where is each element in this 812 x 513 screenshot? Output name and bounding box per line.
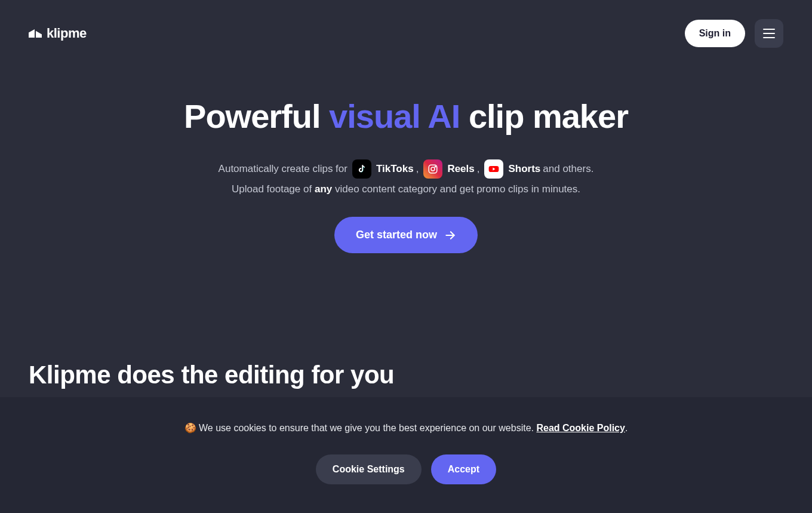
cookie-accept-button[interactable]: Accept [431, 454, 496, 484]
tiktok-icon [352, 159, 371, 179]
youtube-icon [484, 159, 503, 179]
reels-label: Reels [447, 160, 474, 179]
hero-subtitle-line1: Automatically create clips for TikToks, … [29, 159, 783, 179]
signin-button[interactable]: Sign in [685, 20, 745, 47]
cookie-settings-button[interactable]: Cookie Settings [316, 454, 422, 484]
menu-button[interactable] [755, 19, 783, 48]
svg-point-1 [431, 167, 435, 171]
tiktok-label: TikToks [376, 160, 414, 179]
instagram-icon [423, 159, 442, 179]
hero-section: Powerful visual AI clip maker Automatica… [0, 67, 812, 289]
logo-icon [29, 29, 42, 38]
logo-text: klipme [47, 26, 87, 41]
cookie-policy-link[interactable]: Read Cookie Policy [536, 423, 625, 433]
cookie-buttons: Cookie Settings Accept [29, 454, 783, 484]
cookie-banner: 🍪 We use cookies to ensure that we give … [0, 397, 812, 513]
site-header: klipme Sign in [0, 0, 812, 67]
hero-title: Powerful visual AI clip maker [29, 97, 783, 136]
section-title: Klipme does the editing for you [29, 361, 783, 389]
arrow-right-icon [444, 229, 456, 241]
hero-subtitle-line2: Upload footage of any video content cate… [29, 183, 783, 195]
header-actions: Sign in [685, 19, 783, 48]
get-started-button[interactable]: Get started now [334, 217, 478, 253]
shorts-label: Shorts [508, 160, 540, 179]
cookie-emoji-icon: 🍪 [184, 423, 196, 433]
cookie-text: 🍪 We use cookies to ensure that we give … [29, 421, 783, 435]
hero-title-accent: visual AI [329, 97, 460, 135]
logo[interactable]: klipme [29, 26, 87, 41]
hamburger-icon [763, 29, 775, 30]
svg-point-2 [435, 166, 436, 167]
